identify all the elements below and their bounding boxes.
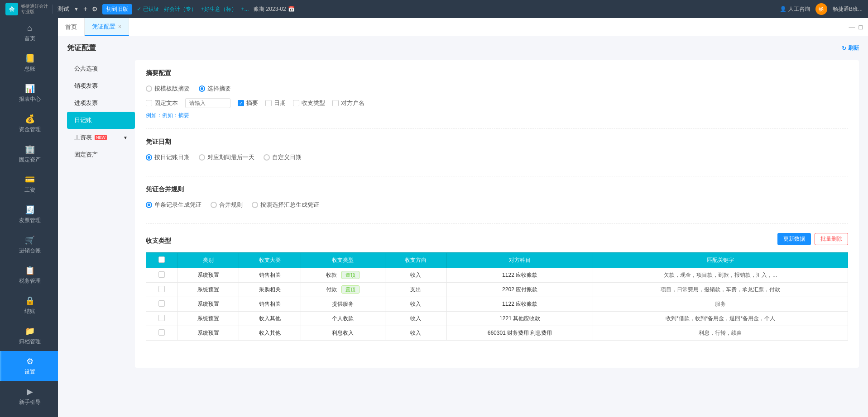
tab-close-btn[interactable]: × — [118, 24, 121, 30]
row2-keywords: 项目，日常费用，报销款，车费，承兑汇票，付款 — [593, 283, 848, 297]
table-row: 系统预置 收入其他 个人收款 收入 1221 其他应收款 收到*借款，收到*备用… — [146, 312, 848, 326]
row2-top-tag[interactable]: 置顶 — [341, 285, 360, 294]
left-nav-journal[interactable]: 日记账 — [67, 112, 135, 129]
sidebar-item-close[interactable]: 🔒 结账 — [0, 290, 58, 321]
left-nav-public[interactable]: 公共选项 — [67, 60, 135, 77]
checkbox-party-name-box — [332, 100, 339, 106]
checkbox-fixed-text[interactable]: 固定文本 — [146, 99, 178, 107]
page-title-text: 凭证配置 — [67, 43, 96, 53]
table-header-row: 类别 收支大类 收支类型 收支方向 对方科目 匹配关键字 — [146, 253, 848, 268]
consult-btn[interactable]: 👤 人工咨询 — [780, 5, 810, 13]
checkbox-summary[interactable]: ✓ 摘要 — [238, 99, 258, 107]
row4-checkbox[interactable] — [158, 315, 165, 321]
sidebar-item-guide[interactable]: ▶ 新手引导 — [0, 381, 58, 412]
topbar-add-btn[interactable]: + — [83, 5, 87, 13]
page-content: 凭证配置 ↻ 刷新 公共选项 销项发票 进项发票 — [58, 36, 868, 417]
refresh-btn[interactable]: ↻ 刷新 — [842, 44, 859, 52]
sidebar-item-asset[interactable]: 🏢 固定资产 — [0, 139, 58, 169]
summary-section-title: 摘要配置 — [146, 69, 848, 77]
topbar-settings-btn[interactable]: ⚙ — [92, 5, 98, 13]
refresh-icon: ↻ — [842, 45, 846, 52]
col-header-category: 类别 — [177, 253, 239, 268]
batch-delete-btn[interactable]: 批量删除 — [815, 233, 848, 245]
radio-custom-date[interactable]: 自定义日期 — [264, 153, 302, 161]
radio-journal-date-circle — [146, 154, 152, 161]
tab-voucher-config[interactable]: 凭证配置 × — [85, 18, 129, 36]
row2-category: 系统预置 — [177, 283, 239, 297]
guide-icon: ▶ — [27, 387, 33, 397]
radio-select-summary[interactable]: 选择摘要 — [199, 85, 231, 93]
fixed-text-input[interactable] — [185, 98, 230, 108]
checkbox-income-type[interactable]: 收支类型 — [293, 99, 325, 107]
sidebar-item-settings[interactable]: ⚙ 设置 — [0, 351, 58, 381]
sidebar-item-ledger[interactable]: 📒 总账 — [0, 48, 58, 78]
row3-keywords: 服务 — [593, 297, 848, 312]
row5-subject: 660301 财务费用 利息费用 — [447, 326, 593, 341]
row5-keywords: 利息，行转，续自 — [593, 326, 848, 341]
left-nav-sale-invoice[interactable]: 销项发票 — [67, 77, 135, 95]
row1-top-tag[interactable]: 置顶 — [341, 271, 360, 279]
period-display: 账期 2023-02 📅 — [254, 5, 295, 13]
checkbox-party-name[interactable]: 对方户名 — [332, 99, 364, 107]
sidebar-item-salary[interactable]: 💳 工资 — [0, 169, 58, 199]
logo-text: 畅捷通好会计 专业版 — [21, 4, 48, 14]
row5-checkbox-cell — [146, 326, 177, 341]
sidebar-item-tax[interactable]: 📋 税务管理 — [0, 260, 58, 290]
row3-checkbox[interactable] — [158, 300, 165, 307]
tab-home[interactable]: 首页 — [58, 18, 85, 36]
summary-checkbox-row: 固定文本 ✓ 摘要 日期 — [146, 98, 848, 108]
left-nav-fixed-asset[interactable]: 固定资产 — [67, 146, 135, 163]
summary-radio-group: 按模板版摘要 选择摘要 — [146, 85, 848, 93]
sidebar-item-home[interactable]: ⌂ 首页 — [0, 18, 58, 48]
example-text: 例如：例如：摘要 — [146, 112, 848, 119]
sidebar-item-archive[interactable]: 📁 归档管理 — [0, 321, 58, 351]
switch-version-btn[interactable]: 切到旧版 — [102, 4, 132, 14]
radio-single-record[interactable]: 单条记录生成凭证 — [146, 201, 201, 209]
radio-select-circle — [199, 85, 205, 92]
sidebar-item-purchase[interactable]: 🛒 进销台账 — [0, 230, 58, 260]
tag-good-business: +好生意（标） — [201, 5, 237, 13]
content-area: 首页 凭证配置 × — □ 凭证配置 ↻ 刷新 — [58, 18, 868, 417]
row1-keywords: 欠款，现金，项目款，到款，报销款，汇入，... — [593, 268, 848, 283]
update-data-btn[interactable]: 更新数据 — [777, 233, 811, 245]
user-avatar[interactable]: 畅 — [815, 3, 827, 15]
sidebar-item-invoice[interactable]: 🧾 发票管理 — [0, 199, 58, 230]
row1-checkbox[interactable] — [158, 271, 165, 278]
radio-journal-date[interactable]: 按日记账日期 — [146, 153, 190, 161]
col-header-type: 收支类型 — [301, 253, 385, 268]
row1-category: 系统预置 — [177, 268, 239, 283]
row5-category: 系统预置 — [177, 326, 239, 341]
col-header-checkbox — [146, 253, 177, 268]
row3-major-type: 销售相关 — [239, 297, 301, 312]
topbar-dropdown-arrow[interactable]: ▼ — [74, 6, 79, 12]
row1-checkbox-cell — [146, 268, 177, 283]
ledger-icon: 📒 — [25, 53, 35, 63]
left-nav-purchase-invoice[interactable]: 进项发票 — [67, 95, 135, 112]
row2-checkbox[interactable] — [158, 286, 165, 292]
row2-subject: 2202 应付账款 — [447, 283, 593, 297]
page-title-bar: 凭证配置 ↻ 刷新 — [67, 43, 859, 53]
radio-template-summary[interactable]: 按模板版摘要 — [146, 85, 190, 93]
checkbox-summary-box: ✓ — [238, 100, 244, 106]
window-minimize-btn[interactable]: — — [849, 24, 855, 31]
window-maximize-btn[interactable]: □ — [859, 24, 863, 31]
checkbox-date[interactable]: 日期 — [265, 99, 286, 107]
row5-type: 利息收入 — [301, 326, 385, 341]
row5-checkbox[interactable] — [158, 329, 165, 336]
radio-merge-rule[interactable]: 合并规则 — [211, 201, 243, 209]
sidebar-item-report[interactable]: 📊 报表中心 — [0, 78, 58, 109]
checkbox-fixed-text-box — [146, 100, 152, 106]
tag-more: +... — [241, 6, 249, 12]
inner-layout: 公共选项 销项发票 进项发票 日记账 工资表 NEW ▼ — [67, 60, 859, 368]
app-logo: 会 畅捷通好会计 专业版 — [5, 3, 48, 15]
radio-summary-generate[interactable]: 按照选择汇总生成凭证 — [252, 201, 319, 209]
fund-icon: 💰 — [25, 114, 35, 124]
left-nav-salary-table[interactable]: 工资表 NEW ▼ — [67, 129, 135, 146]
sidebar-item-fund[interactable]: 💰 资金管理 — [0, 109, 58, 139]
radio-period-last-day[interactable]: 对应期间最后一天 — [199, 153, 254, 161]
header-checkbox[interactable] — [158, 256, 165, 263]
sidebar: ⌂ 首页 📒 总账 📊 报表中心 💰 资金管理 🏢 固定资产 💳 工资 🧾 发票… — [0, 18, 58, 417]
sidebar-item-member[interactable]: 👑 畅会员 — [0, 412, 58, 417]
merge-radio-group: 单条记录生成凭证 合并规则 按照选择汇总生成凭证 — [146, 201, 848, 209]
row3-subject: 1122 应收账款 — [447, 297, 593, 312]
